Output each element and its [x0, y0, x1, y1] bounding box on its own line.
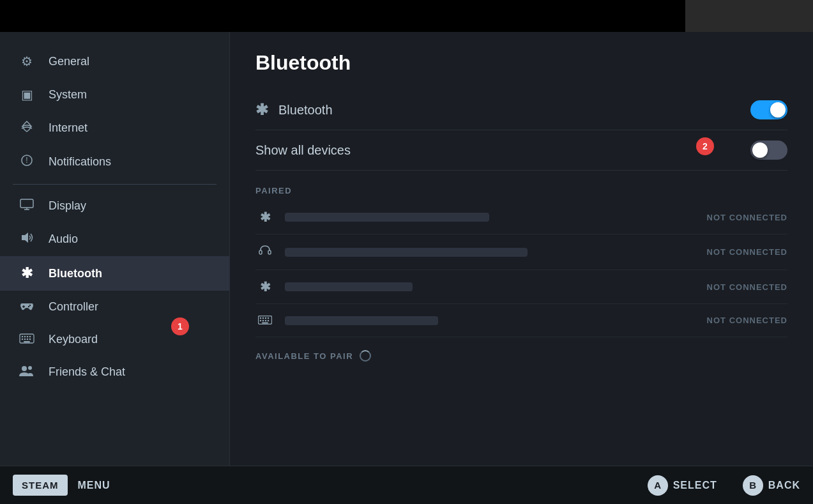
sidebar-item-label: Internet — [49, 121, 87, 135]
svg-rect-2 — [20, 199, 33, 208]
device-name-bar-1 — [285, 213, 489, 222]
headset-icon — [255, 243, 275, 261]
top-bar-thumbnail — [685, 0, 813, 32]
a-button[interactable]: A — [648, 475, 668, 496]
page-title: Bluetooth — [255, 51, 787, 75]
paired-device-4[interactable]: NOT CONNECTED — [255, 304, 787, 337]
sidebar-item-system[interactable]: ▣ System — [0, 78, 229, 111]
paired-device-3[interactable]: ✱ NOT CONNECTED — [255, 270, 787, 304]
device-keyboard-icon — [255, 313, 275, 328]
sidebar-item-label: Bluetooth — [49, 267, 102, 280]
bluetooth-row-icon: ✱ — [255, 101, 278, 119]
keyboard-icon — [18, 332, 36, 347]
internet-icon — [18, 120, 36, 136]
sidebar-item-label: Controller — [49, 300, 98, 314]
top-bar — [0, 0, 813, 32]
available-section-label: AVAILABLE TO PAIR — [255, 350, 787, 362]
sidebar-item-controller[interactable]: Controller — [0, 291, 229, 323]
svg-rect-23 — [268, 250, 271, 254]
sidebar-item-notifications[interactable]: ! Notifications — [0, 145, 229, 179]
sidebar-item-general[interactable]: ⚙ General — [0, 45, 229, 78]
bluetooth-setting-row: ✱ Bluetooth — [255, 90, 787, 130]
paired-section-label: PAIRED — [255, 186, 787, 195]
audio-icon — [18, 231, 36, 247]
show-all-devices-label: Show all devices — [255, 143, 750, 158]
sidebar-item-display[interactable]: Display — [0, 190, 229, 222]
device-status-2: NOT CONNECTED — [707, 247, 787, 257]
back-action: B BACK — [743, 475, 800, 496]
svg-rect-22 — [259, 250, 262, 254]
sidebar-item-bluetooth[interactable]: ✱ Bluetooth — [0, 256, 229, 291]
main-layout: ⚙ General ▣ System Internet ! — [0, 32, 813, 479]
device-status-4: NOT CONNECTED — [707, 316, 787, 325]
device-name-bar-2 — [285, 248, 528, 257]
menu-label: MENU — [78, 480, 110, 491]
sidebar-item-label: System — [49, 88, 87, 102]
system-icon: ▣ — [18, 87, 36, 102]
paired-device-2[interactable]: NOT CONNECTED — [255, 234, 787, 270]
annotation-badge-1: 1 — [171, 317, 189, 335]
sidebar-item-audio[interactable]: Audio — [0, 222, 229, 256]
loading-spinner — [360, 350, 371, 362]
sidebar-item-label: Friends & Chat — [49, 365, 125, 379]
sidebar-item-label: Keyboard — [49, 333, 98, 346]
sidebar-item-label: Audio — [49, 233, 78, 246]
back-label: BACK — [768, 480, 800, 491]
display-icon — [18, 199, 36, 213]
annotation-badge-2: 2 — [696, 137, 714, 155]
sidebar-item-label: General — [49, 55, 89, 68]
sidebar-item-keyboard[interactable]: Keyboard — [0, 323, 229, 356]
bottom-bar: STEAM MENU A SELECT B BACK — [0, 466, 813, 504]
svg-text:!: ! — [26, 156, 27, 165]
select-label: SELECT — [673, 480, 717, 491]
device-name-bar-3 — [285, 282, 413, 291]
sidebar-item-internet[interactable]: Internet — [0, 111, 229, 145]
bluetooth-row-label: Bluetooth — [278, 103, 750, 118]
sidebar-item-label: Display — [49, 199, 86, 213]
svg-point-9 — [28, 306, 29, 307]
sidebar-item-label: Notifications — [49, 155, 111, 169]
select-action: A SELECT — [648, 475, 717, 496]
bluetooth-icon: ✱ — [18, 265, 36, 282]
bluetooth-toggle-thumb — [770, 102, 786, 118]
content-area: Bluetooth ✱ Bluetooth Show all devices P… — [230, 32, 813, 479]
svg-marker-5 — [22, 233, 28, 243]
device-status-1: NOT CONNECTED — [707, 213, 787, 222]
device-status-3: NOT CONNECTED — [707, 282, 787, 292]
device-bluetooth-icon-1: ✱ — [255, 210, 275, 225]
paired-device-1[interactable]: ✱ NOT CONNECTED — [255, 201, 787, 234]
svg-point-20 — [22, 366, 27, 371]
friends-icon — [18, 365, 36, 379]
notifications-icon: ! — [18, 154, 36, 170]
bluetooth-toggle[interactable] — [750, 100, 787, 119]
gear-icon: ⚙ — [18, 54, 36, 69]
controller-icon — [18, 300, 36, 314]
steam-button[interactable]: STEAM — [13, 475, 68, 496]
svg-point-21 — [28, 366, 32, 370]
device-bluetooth-icon-3: ✱ — [255, 279, 275, 294]
svg-point-8 — [29, 305, 31, 306]
device-name-bar-4 — [285, 316, 438, 325]
sidebar: ⚙ General ▣ System Internet ! — [0, 32, 230, 479]
show-all-devices-toggle[interactable] — [750, 141, 787, 160]
b-button[interactable]: B — [743, 475, 763, 496]
sidebar-item-friends-chat[interactable]: Friends & Chat — [0, 356, 229, 388]
sidebar-divider — [13, 184, 217, 185]
show-all-toggle-thumb — [752, 142, 768, 158]
